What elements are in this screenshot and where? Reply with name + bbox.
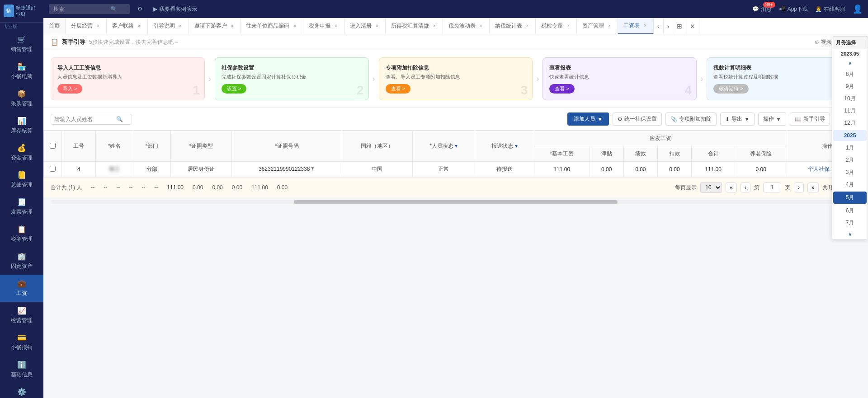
tab-tax-calc-close[interactable]: × [432, 23, 437, 29]
app-download-btn[interactable]: 📲 App下载 [779, 5, 808, 13]
sidebar-item-assets[interactable]: 🏢 固定资产 [0, 248, 43, 275]
topbar-demo-btn[interactable]: ▶ 我要看实例演示 [153, 5, 197, 13]
tab-tax-expert-close[interactable]: × [566, 23, 571, 29]
topbar-settings-btn[interactable]: ⚙ [134, 4, 146, 14]
add-person-btn[interactable]: 添加人员 ▼ [567, 112, 609, 126]
tab-tax-expert[interactable]: 税检专家 × [536, 18, 577, 34]
step-3-btn[interactable]: 查看 > [386, 84, 410, 94]
op-personal-insurance[interactable]: 个人社保 [808, 165, 830, 173]
status-filter-icon[interactable]: ▾ [455, 143, 458, 149]
month-item-7[interactable]: 7月 [832, 217, 868, 229]
tab-asset-mgmt-close[interactable]: × [607, 23, 612, 29]
sidebar-item-inventory[interactable]: 📊 库存核算 [0, 112, 43, 139]
month-item-6[interactable]: 6月 [832, 205, 868, 217]
tab-clear-book-close[interactable]: × [374, 23, 380, 29]
search-box[interactable]: 🔍 [51, 114, 132, 125]
month-nav-down[interactable]: ∨ [832, 229, 868, 239]
tab-nav-more[interactable]: ⊞ [673, 18, 686, 34]
tab-asset-mgmt[interactable]: 资产管理 × [577, 18, 618, 34]
sidebar-item-system[interactable]: ⚙️ 系统管理 [0, 383, 43, 398]
tab-close-all[interactable]: ✕ [686, 18, 699, 34]
sidebar-item-report[interactable]: 💳 小畅报销 [0, 329, 43, 356]
export-btn[interactable]: ⬇ 导出 ▼ [720, 112, 755, 126]
sidebar-item-ledger[interactable]: 📒 总账管理 [0, 166, 43, 193]
operation-btn[interactable]: 操作 ▼ [758, 112, 786, 126]
sidebar-item-ecommerce[interactable]: 🏪 小畅电商 [0, 58, 43, 85]
page-number-input[interactable] [763, 183, 781, 192]
tab-invite[interactable]: 邀请下游客户 × [189, 18, 241, 34]
sidebar-item-purchase[interactable]: 📦 采购管理 [0, 85, 43, 112]
tab-product-code-close[interactable]: × [292, 23, 297, 29]
search-input[interactable] [55, 116, 113, 122]
tab-stratify-close[interactable]: × [95, 23, 101, 29]
report-filter-icon[interactable]: ▾ [515, 143, 518, 149]
month-item-11[interactable]: 11月 [832, 105, 868, 117]
step-5-btn[interactable]: 敬请期待 > [713, 84, 748, 94]
tab-tax-calc[interactable]: 所得税汇算清缴 × [386, 18, 443, 34]
addon-deduction-btn[interactable]: 📎 专项附加扣除 [665, 112, 717, 126]
first-page-btn[interactable]: « [726, 183, 737, 192]
new-guide-btn[interactable]: 📖 新手引导 [790, 112, 830, 126]
month-item-10[interactable]: 10月 [832, 93, 868, 105]
unified-settings-btn[interactable]: ⚙ 统一社保设置 [613, 112, 662, 126]
tab-payroll[interactable]: 工资表 × [618, 18, 654, 34]
sidebar-item-invoice[interactable]: 🧾 发票管理 [0, 193, 43, 220]
message-btn[interactable]: 💬 消息 99+ [752, 5, 772, 13]
tab-payroll-close[interactable]: × [642, 23, 648, 28]
step-2-btn[interactable]: 设置 > [222, 84, 246, 94]
month-item-9[interactable]: 9月 [832, 80, 868, 93]
sidebar-item-label: 小畅报销 [11, 344, 33, 351]
step-4-btn[interactable]: 查看 > [549, 84, 574, 94]
tab-invite-close[interactable]: × [230, 23, 235, 29]
tab-guide-close[interactable]: × [178, 23, 183, 29]
tab-clear-book[interactable]: 进入清册 × [344, 18, 386, 34]
online-service-btn[interactable]: 👨‍💼 在线客服 [815, 5, 845, 13]
tab-tax-report[interactable]: 税务申报 × [303, 18, 344, 34]
tab-customer[interactable]: 客户联络 × [107, 18, 148, 34]
tab-tax-stat-close[interactable]: × [525, 23, 530, 29]
sidebar-item-payroll[interactable]: 💼 工资 [0, 275, 43, 302]
year-2025[interactable]: 2025 [833, 130, 867, 141]
sidebar-item-basic[interactable]: ℹ️ 基础信息 [0, 356, 43, 383]
tab-nav-right[interactable]: › [664, 18, 674, 34]
tab-nav-left[interactable]: ‹ [654, 18, 664, 34]
tab-home[interactable]: 首页 [43, 18, 66, 34]
sidebar-item-tax[interactable]: 📋 税务管理 [0, 220, 43, 248]
last-page-btn[interactable]: » [807, 183, 819, 192]
sidebar-item-sales[interactable]: 🛒 销售管理 [0, 31, 43, 58]
month-item-4[interactable]: 4月 [832, 178, 868, 191]
topbar-search-box[interactable]: 🔍 [49, 4, 130, 14]
tab-stratify[interactable]: 分层经营 × [66, 18, 107, 34]
user-avatar[interactable]: 👤 [853, 4, 863, 14]
tab-product-code-label: 往来单位商品编码 [246, 22, 289, 30]
page-size-select[interactable]: 10 [700, 182, 722, 193]
select-all-checkbox[interactable] [50, 143, 56, 149]
tab-tax-stat[interactable]: 纳税统计表 × [490, 18, 536, 34]
horizontal-scrollbar[interactable] [51, 200, 861, 204]
month-item-3[interactable]: 3月 [832, 166, 868, 178]
month-item-12[interactable]: 12月 [832, 117, 868, 129]
tab-tax-exempt[interactable]: 税免波动表 × [443, 18, 490, 34]
tab-tax-exempt-close[interactable]: × [478, 23, 484, 29]
sidebar-item-label: 采购管理 [11, 100, 33, 108]
next-page-btn[interactable]: › [794, 183, 804, 192]
month-item-8[interactable]: 8月 [832, 68, 868, 80]
cell-report-status: 待报送 [475, 162, 534, 177]
prev-page-btn[interactable]: ‹ [741, 183, 750, 192]
tab-guide[interactable]: 引导说明 × [148, 18, 189, 34]
sidebar-item-operations[interactable]: 📈 经营管理 [0, 302, 43, 329]
topbar-search-input[interactable] [53, 6, 108, 12]
month-item-1[interactable]: 1月 [832, 142, 868, 154]
month-item-2[interactable]: 2月 [832, 154, 868, 166]
step-1-btn[interactable]: 导入 > [57, 84, 82, 94]
month-nav-up[interactable]: ∧ [832, 58, 868, 68]
sidebar-item-finance[interactable]: 💰 资金管理 [0, 139, 43, 166]
month-item-5[interactable]: 5月 [833, 192, 867, 204]
tab-tax-report-close[interactable]: × [333, 23, 339, 29]
tab-product-code[interactable]: 往来单位商品编码 × [241, 18, 303, 34]
guide-video-link[interactable]: ⊙ 视频 [815, 38, 831, 46]
search-magnify-icon[interactable]: 🔍 [116, 116, 123, 122]
row-checkbox[interactable] [50, 166, 56, 172]
tab-customer-close[interactable]: × [137, 23, 142, 29]
scrollbar-thumb[interactable] [294, 200, 618, 204]
